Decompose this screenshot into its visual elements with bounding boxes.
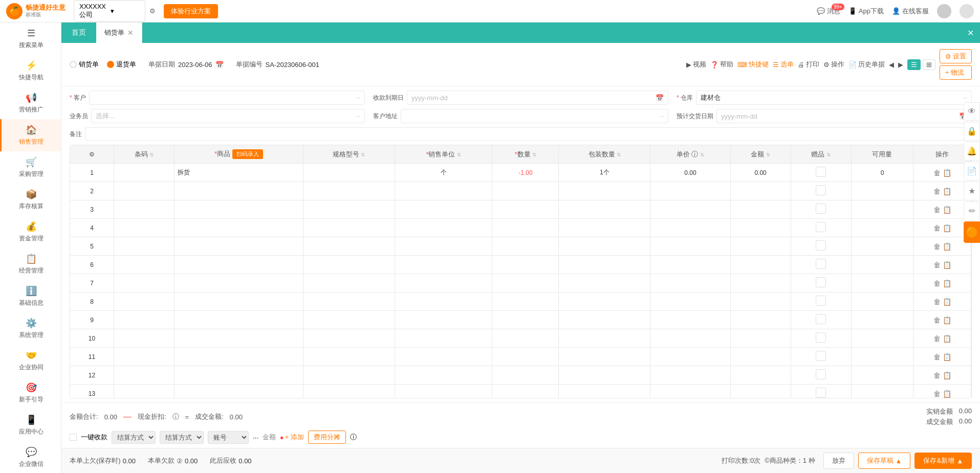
avatar[interactable] [937, 4, 951, 18]
row-gift[interactable] [791, 385, 851, 399]
row-amount[interactable] [730, 385, 791, 399]
copy-icon[interactable]: 📋 [943, 224, 951, 232]
row-barcode[interactable] [114, 385, 175, 399]
row-product[interactable] [175, 237, 303, 256]
row-gift[interactable] [791, 219, 851, 237]
copy-icon[interactable]: 📋 [943, 390, 951, 398]
row-pkg-qty[interactable]: 1个 [559, 164, 650, 182]
row-qty[interactable] [492, 256, 559, 274]
shortcut-btn[interactable]: ⌨ 快捷键 [737, 60, 769, 69]
row-product[interactable] [175, 256, 303, 274]
row-spec[interactable] [303, 292, 395, 311]
row-price[interactable] [650, 237, 730, 256]
row-gift[interactable] [791, 292, 851, 311]
row-unit[interactable]: 个 [395, 164, 492, 182]
add-pay-button[interactable]: ● + 添加 [280, 433, 304, 442]
row-unit[interactable] [395, 311, 492, 329]
sidebar-item-basic[interactable]: ℹ️ 基础信息 [0, 280, 61, 312]
row-gift[interactable] [791, 237, 851, 256]
company-selector[interactable]: XXXXXX公司 ▾ [74, 0, 145, 22]
row-amount[interactable] [730, 292, 791, 311]
copy-icon[interactable]: 📋 [943, 169, 951, 177]
salesperson-input[interactable]: 选择... ··· [91, 109, 365, 123]
row-barcode[interactable] [114, 200, 175, 219]
row-pkg-qty[interactable] [559, 385, 650, 399]
row-qty[interactable] [492, 237, 559, 256]
remarks-input[interactable] [85, 127, 972, 141]
row-product[interactable] [175, 385, 303, 399]
row-product[interactable] [175, 329, 303, 348]
tab-bar-close-icon[interactable]: ✕ [961, 28, 980, 38]
row-price[interactable] [650, 292, 730, 311]
row-amount[interactable] [730, 200, 791, 219]
row-spec[interactable] [303, 274, 395, 292]
row-qty[interactable] [492, 200, 559, 219]
app-download-btn[interactable]: 📱 App下载 [848, 7, 884, 16]
row-unit[interactable] [395, 237, 492, 256]
sidebar-item-guide[interactable]: 🎯 新手引导 [0, 377, 61, 409]
delete-icon[interactable]: 🗑 [933, 316, 941, 324]
save-new-button[interactable]: 保存&新增 ▲ [914, 453, 972, 469]
row-amount[interactable] [730, 237, 791, 256]
row-price[interactable] [650, 200, 730, 219]
copy-icon[interactable]: 📋 [943, 242, 951, 251]
expense-split-button[interactable]: 费用分摊 [308, 431, 346, 444]
abandon-button[interactable]: 放弃 [823, 453, 854, 469]
row-pkg-qty[interactable] [559, 237, 650, 256]
row-product[interactable]: 拆货 [175, 164, 303, 182]
row-barcode[interactable] [114, 329, 175, 348]
row-spec[interactable] [303, 219, 395, 237]
video-btn[interactable]: ▶ 视频 [686, 60, 706, 69]
delete-icon[interactable]: 🗑 [933, 371, 941, 379]
stat2-circle[interactable]: ② [177, 457, 183, 465]
row-barcode[interactable] [114, 274, 175, 292]
delete-icon[interactable]: 🗑 [933, 242, 941, 251]
row-qty[interactable] [492, 274, 559, 292]
row-gift[interactable] [791, 274, 851, 292]
row-pkg-qty[interactable] [559, 311, 650, 329]
row-unit[interactable] [395, 348, 492, 366]
row-barcode[interactable] [114, 164, 175, 182]
row-qty[interactable] [492, 292, 559, 311]
copy-icon[interactable]: 📋 [943, 279, 951, 287]
delete-icon[interactable]: 🗑 [933, 169, 941, 177]
sidebar-item-enterprise[interactable]: 🤝 企业协同 [0, 345, 61, 377]
row-gift[interactable] [791, 329, 851, 348]
row-amount[interactable] [730, 182, 791, 200]
tab-home[interactable]: 首页 [61, 22, 96, 43]
next-btn[interactable]: ▶ [898, 61, 903, 69]
row-product[interactable] [175, 219, 303, 237]
trial-button[interactable]: 体验行业方案 [164, 4, 218, 18]
delete-icon[interactable]: 🗑 [933, 390, 941, 398]
row-barcode[interactable] [114, 219, 175, 237]
row-unit[interactable] [395, 274, 492, 292]
row-spec[interactable] [303, 348, 395, 366]
sidebar-item-search[interactable]: ☰ 搜索菜单 [0, 22, 61, 55]
view-grid-btn[interactable]: ⊞ [923, 59, 935, 70]
row-qty[interactable] [492, 366, 559, 385]
delete-icon[interactable]: 🗑 [933, 353, 941, 361]
settlement-method-select[interactable]: 结算方式 [160, 431, 204, 444]
row-qty[interactable] [492, 311, 559, 329]
calendar-icon[interactable]: 📅 [215, 61, 224, 69]
onepay-checkbox[interactable] [70, 434, 77, 441]
row-price[interactable] [650, 274, 730, 292]
row-product[interactable] [175, 274, 303, 292]
row-unit[interactable] [395, 385, 492, 399]
sidebar-item-purchase[interactable]: 🛒 采购管理 [0, 151, 61, 184]
row-qty[interactable] [492, 182, 559, 200]
row-gift[interactable] [791, 200, 851, 219]
row-unit[interactable] [395, 182, 492, 200]
row-gift[interactable] [791, 256, 851, 274]
copy-icon[interactable]: 📋 [943, 187, 951, 195]
row-spec[interactable] [303, 182, 395, 200]
customer-input[interactable]: ··· [89, 91, 365, 105]
view-list-btn[interactable]: ☰ [907, 59, 921, 70]
copy-icon[interactable]: 📋 [943, 298, 951, 306]
history-btn[interactable]: 📄 历史单据 [848, 60, 885, 69]
copy-icon[interactable]: 📋 [943, 353, 951, 361]
row-price[interactable] [650, 256, 730, 274]
print-btn[interactable]: 🖨 打印 [798, 60, 819, 69]
product-type-count[interactable]: ©商品种类：1 种 [765, 456, 815, 465]
doc-settings-button[interactable]: ⚙ 设置 [940, 49, 972, 63]
